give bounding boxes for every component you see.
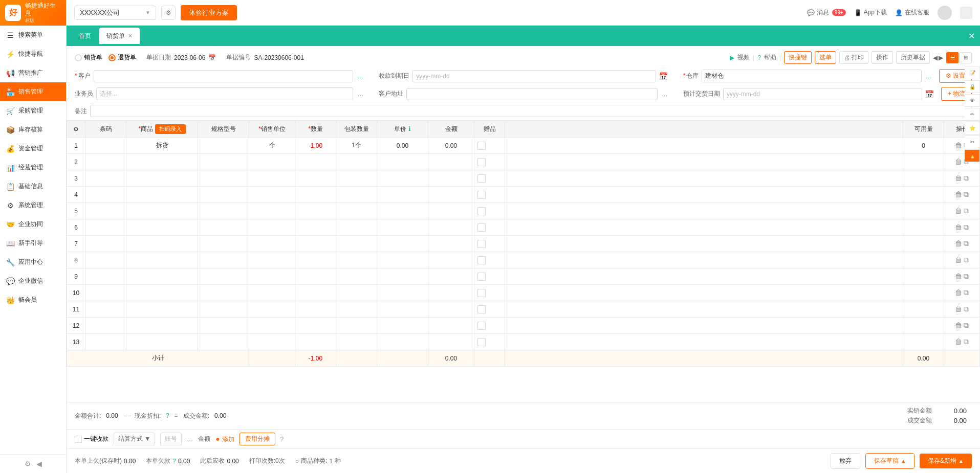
row-spec-5[interactable] (198, 219, 249, 236)
view-list-btn[interactable]: ☰ (946, 52, 959, 63)
row-quantity-6[interactable] (295, 236, 336, 252)
row-barcode-7[interactable] (85, 252, 126, 268)
row-spec-6[interactable] (198, 236, 249, 252)
message-button[interactable]: 💬 消息 99+ (807, 8, 846, 17)
remark-input[interactable] (90, 105, 972, 117)
row-pack-qty-4[interactable] (336, 203, 377, 219)
row-unit-price-9[interactable] (377, 285, 428, 301)
avatar[interactable] (938, 6, 952, 20)
row-product-4[interactable] (126, 203, 198, 219)
row-delete-0[interactable]: 🗑 (955, 141, 962, 149)
row-pack-qty-6[interactable] (336, 236, 377, 252)
row-note-10[interactable] (505, 301, 903, 318)
row-product-10[interactable] (126, 301, 198, 318)
help-label[interactable]: 帮助 (764, 53, 776, 62)
row-quantity-4[interactable] (295, 203, 336, 219)
sidebar-item-3[interactable]: 🏪销售管理 (0, 82, 66, 101)
row-note-0[interactable] (505, 138, 903, 154)
row-note-9[interactable] (505, 285, 903, 301)
one-click-pay-checkbox[interactable]: 一键收款 (75, 435, 108, 443)
gift-checkbox-9[interactable] (477, 289, 486, 297)
row-unit-price-11[interactable] (377, 318, 428, 334)
row-product-2[interactable] (126, 170, 198, 187)
sidebar-item-11[interactable]: 📖新手引导 (0, 234, 66, 253)
row-delete-1[interactable]: 🗑 (955, 157, 962, 166)
row-delete-10[interactable]: 🗑 (955, 305, 962, 313)
row-delete-12[interactable]: 🗑 (955, 337, 962, 346)
help-icon[interactable]: ? (757, 54, 761, 61)
row-barcode-11[interactable] (85, 318, 126, 334)
side-btn-3[interactable]: 👁 (965, 94, 980, 107)
online-service-button[interactable]: 👤 在线客服 (895, 8, 929, 17)
row-amount-10[interactable] (428, 301, 474, 318)
row-gift-11[interactable] (474, 318, 505, 334)
date-value[interactable]: 2023-06-06 (174, 54, 205, 61)
gift-checkbox-1[interactable] (477, 158, 486, 166)
row-spec-2[interactable] (198, 170, 249, 187)
row-delete-4[interactable]: 🗑 (955, 207, 962, 215)
row-spec-0[interactable] (198, 138, 249, 154)
fee-split-button[interactable]: 费用分摊 (239, 433, 275, 445)
row-product-3[interactable] (126, 187, 198, 203)
row-pack-qty-12[interactable] (336, 334, 377, 350)
row-unit-10[interactable] (249, 301, 295, 318)
row-note-11[interactable] (505, 318, 903, 334)
row-unit-price-3[interactable] (377, 187, 428, 203)
side-btn-6[interactable]: ✂ (965, 136, 980, 148)
row-quantity-9[interactable] (295, 285, 336, 301)
sidebar-item-5[interactable]: 📦库存核算 (0, 120, 66, 139)
row-quantity-11[interactable] (295, 318, 336, 334)
row-pack-qty-9[interactable] (336, 285, 377, 301)
row-note-4[interactable] (505, 203, 903, 219)
row-amount-0[interactable]: 0.00 (428, 138, 474, 154)
row-pack-qty-2[interactable] (336, 170, 377, 187)
row-unit-4[interactable] (249, 203, 295, 219)
gift-checkbox-10[interactable] (477, 305, 486, 313)
row-unit-6[interactable] (249, 236, 295, 252)
abandon-button[interactable]: 放弃 (831, 453, 860, 469)
tab-home[interactable]: 首页 (72, 28, 98, 44)
row-barcode-12[interactable] (85, 334, 126, 350)
address-dots-icon[interactable]: … (662, 91, 668, 98)
row-pack-qty-10[interactable] (336, 301, 377, 318)
customer-input[interactable] (94, 70, 354, 82)
row-unit-price-1[interactable] (377, 154, 428, 170)
row-gift-3[interactable] (474, 187, 505, 203)
company-settings-button[interactable]: ⚙ (161, 6, 176, 20)
row-spec-7[interactable] (198, 252, 249, 268)
settlement-method-dropdown[interactable]: 结算方式 ▼ (114, 433, 155, 445)
pay-checkbox[interactable] (75, 436, 82, 443)
row-amount-4[interactable] (428, 203, 474, 219)
row-product-11[interactable] (126, 318, 198, 334)
row-spec-12[interactable] (198, 334, 249, 350)
operations-button[interactable]: 操作 (872, 51, 893, 64)
row-unit-9[interactable] (249, 285, 295, 301)
side-btn-4[interactable]: ✏ (965, 108, 980, 121)
row-note-2[interactable] (505, 170, 903, 187)
app-download-button[interactable]: 📱 App下载 (854, 8, 887, 17)
row-pack-qty-3[interactable] (336, 187, 377, 203)
cash-discount-info-icon[interactable]: ? (166, 412, 169, 419)
row-quantity-1[interactable] (295, 154, 336, 170)
row-delete-5[interactable]: 🗑 (955, 223, 962, 231)
row-delete-8[interactable]: 🗑 (955, 272, 962, 280)
row-product-0[interactable]: 拆货 (126, 138, 198, 154)
row-copy-9[interactable]: ⧉ (964, 288, 969, 297)
row-pack-qty-5[interactable] (336, 219, 377, 236)
sidebar-item-9[interactable]: ⚙系统管理 (0, 196, 66, 215)
row-delete-3[interactable]: 🗑 (955, 190, 962, 198)
salesperson-input[interactable]: 选择... (96, 87, 353, 100)
row-barcode-2[interactable] (85, 170, 126, 187)
customer-address-input[interactable] (406, 88, 657, 100)
radio-sale-order[interactable]: 销货单 (75, 53, 102, 62)
row-spec-3[interactable] (198, 187, 249, 203)
row-quantity-3[interactable] (295, 187, 336, 203)
add-payment-button[interactable]: ● 添加 (215, 435, 234, 444)
row-product-12[interactable] (126, 334, 198, 350)
gift-checkbox-0[interactable] (477, 142, 486, 150)
row-spec-11[interactable] (198, 318, 249, 334)
row-gift-10[interactable] (474, 301, 505, 318)
save-draft-button[interactable]: 保存草稿 ▲ (865, 453, 914, 469)
product-type-icon[interactable]: ○ (295, 458, 299, 465)
delivery-date-cal-icon[interactable]: 📅 (925, 90, 934, 98)
